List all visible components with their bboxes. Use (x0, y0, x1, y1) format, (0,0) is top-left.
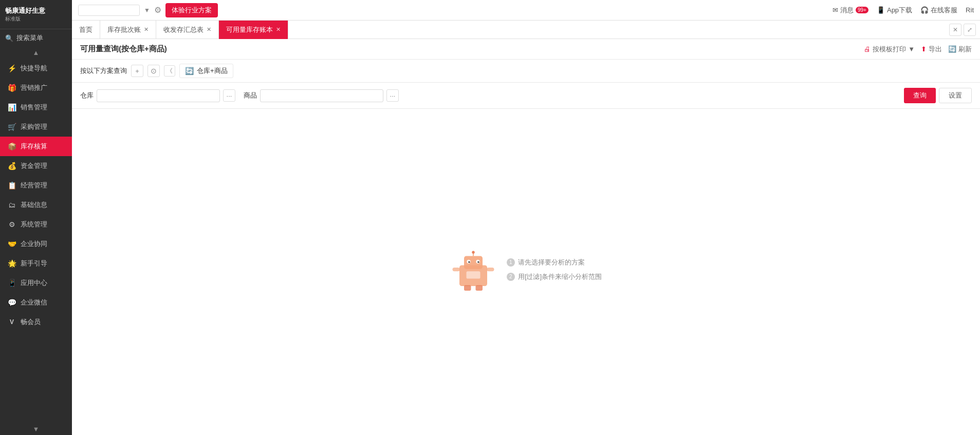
tab-batch-account[interactable]: 库存批次账 ✕ (100, 21, 156, 39)
operations-icon: 📋 (7, 181, 16, 190)
export-action[interactable]: ⬆ 导出 (921, 45, 942, 54)
settings-button[interactable]: 设置 (939, 88, 972, 103)
sidebar-item-vip[interactable]: V 畅会员 (0, 312, 72, 332)
message-label: 消息 (840, 6, 854, 15)
sidebar-item-label: 系统管理 (21, 220, 47, 229)
empty-state: 1 请先选择要分析的方案 2 用[过滤]条件来缩小分析范围 (72, 109, 980, 435)
warehouse-field-group: 仓库 ··· (80, 89, 235, 102)
sidebar-item-inventory[interactable]: 📦 库存核算 (0, 137, 72, 156)
sidebar-scroll-up[interactable]: ▲ (0, 47, 72, 59)
sidebar-item-enterprise[interactable]: 🤝 企业协同 (0, 234, 72, 254)
topbar-search-input[interactable] (78, 5, 140, 16)
sidebar-item-basic-info[interactable]: 🗂 基础信息 (0, 195, 72, 215)
inventory-icon: 📦 (7, 142, 16, 150)
warehouse-input[interactable] (97, 89, 220, 102)
settings-scheme-button[interactable]: ⊙ (147, 65, 160, 77)
sidebar-item-label: 畅会员 (21, 317, 41, 327)
warehouse-label: 仓库 (80, 91, 94, 100)
filter-scheme-item[interactable]: 🔄 仓库+商品 (179, 64, 233, 78)
svg-rect-10 (452, 268, 459, 271)
main-area: ▼ ⚙ 体验行业方案 ✉ 消息 99+ 📱 App下载 🎧 在线客服 Rit 首… (72, 0, 980, 435)
sidebar-item-app-center[interactable]: 📱 应用中心 (0, 273, 72, 293)
message-action[interactable]: ✉ 消息 99+ (833, 6, 868, 15)
enterprise-icon: 🤝 (7, 240, 16, 248)
trial-industry-button[interactable]: 体验行业方案 (165, 3, 218, 17)
refresh-action[interactable]: 🔄 刷新 (948, 45, 972, 54)
gear-icon[interactable]: ⚙ (154, 5, 161, 15)
query-button[interactable]: 查询 (904, 88, 936, 103)
sidebar-item-label: 资金管理 (21, 161, 47, 171)
topbar-actions: ✉ 消息 99+ 📱 App下载 🎧 在线客服 Rit (833, 6, 974, 15)
product-input[interactable] (260, 89, 383, 102)
sidebar-item-label: 采购管理 (21, 122, 47, 131)
sidebar-scroll-down[interactable]: ▼ (0, 423, 72, 435)
sidebar-search[interactable]: 🔍 搜索菜单 (0, 29, 72, 47)
sidebar-item-operations[interactable]: 📋 经营管理 (0, 176, 72, 195)
filter-area: 按以下方案查询 + ⊙ 《 🔄 仓库+商品 (72, 60, 980, 83)
svg-rect-8 (464, 285, 471, 291)
sidebar-item-label: 销售管理 (21, 103, 47, 112)
export-icon: ⬆ (921, 45, 927, 53)
tab-collect-summary[interactable]: 收发存汇总表 ✕ (156, 21, 219, 39)
maximize-button[interactable]: ⤢ (964, 24, 976, 36)
product-more-button[interactable]: ··· (386, 89, 399, 102)
new-guide-icon: 🌟 (7, 259, 16, 268)
filter-label: 按以下方案查询 (80, 66, 127, 75)
tip-text-2: 用[过滤]条件来缩小分析范围 (518, 272, 602, 281)
collapse-filter-button[interactable]: 《 (164, 65, 175, 77)
sidebar-logo-title: 畅康通好生意 (5, 6, 67, 15)
sidebar-item-label: 应用中心 (21, 278, 47, 288)
sidebar-item-finance[interactable]: 💰 资金管理 (0, 156, 72, 176)
tab-home-label: 首页 (79, 25, 93, 34)
product-field-group: 商品 ··· (244, 89, 399, 102)
query-fields-area: 仓库 ··· 商品 ··· 查询 设置 (72, 83, 980, 109)
sidebar-item-marketing[interactable]: 🎁 营销推广 (0, 78, 72, 98)
refresh-label: 刷新 (958, 45, 972, 54)
page-header-actions: 🖨 按模板打印 ▼ ⬆ 导出 🔄 刷新 (864, 45, 972, 54)
chevron-down-icon[interactable]: ▼ (144, 7, 150, 14)
message-icon: ✉ (833, 6, 838, 14)
warehouse-more-button[interactable]: ··· (223, 89, 235, 102)
sidebar-item-quick-nav[interactable]: ⚡ 快捷导航 (0, 59, 72, 78)
add-scheme-button[interactable]: + (131, 65, 143, 77)
tab-available-ledger-label: 可用量库存账本 (226, 25, 273, 34)
svg-rect-12 (466, 271, 480, 278)
refresh-icon: 🔄 (948, 45, 956, 53)
print-label: 按模板打印 (873, 45, 906, 54)
print-action[interactable]: 🖨 按模板打印 ▼ (864, 45, 915, 54)
sidebar-item-label: 库存核算 (21, 142, 47, 151)
online-service-action[interactable]: 🎧 在线客服 (920, 6, 957, 15)
svg-point-4 (468, 261, 470, 263)
username-label[interactable]: Rit (966, 6, 974, 14)
sidebar-search-label: 搜索菜单 (16, 33, 43, 43)
sidebar-item-new-guide[interactable]: 🌟 新手引导 (0, 254, 72, 273)
sidebar-nav: ⚡ 快捷导航 🎁 营销推广 📊 销售管理 🛒 采购管理 📦 库存核算 💰 资金管… (0, 59, 72, 423)
sidebar-item-sales[interactable]: 📊 销售管理 (0, 98, 72, 117)
sales-icon: 📊 (7, 103, 16, 111)
svg-point-7 (472, 251, 474, 253)
filter-scheme-label: 仓库+商品 (197, 66, 228, 75)
sidebar-item-wechat[interactable]: 💬 企业微信 (0, 293, 72, 312)
tab-home[interactable]: 首页 (72, 21, 100, 39)
vip-icon: V (7, 318, 16, 326)
app-download-action[interactable]: 📱 App下载 (877, 6, 912, 15)
tab-available-ledger[interactable]: 可用量库存账本 ✕ (219, 21, 288, 39)
sidebar-item-label: 营销推广 (21, 83, 47, 92)
product-label: 商品 (244, 91, 257, 100)
sidebar-item-label: 基础信息 (21, 200, 47, 210)
marketing-icon: 🎁 (7, 84, 16, 92)
basic-info-icon: 🗂 (7, 201, 16, 209)
sidebar-item-label: 快捷导航 (21, 64, 47, 73)
close-icon[interactable]: ✕ (144, 26, 149, 33)
close-icon[interactable]: ✕ (207, 26, 211, 33)
print-icon: 🖨 (864, 45, 871, 53)
chevron-down-icon[interactable]: ▼ (908, 45, 915, 53)
app-download-icon: 📱 (877, 6, 885, 14)
close-icon[interactable]: ✕ (276, 26, 281, 33)
sidebar-item-purchase[interactable]: 🛒 采购管理 (0, 117, 72, 137)
sidebar-item-system[interactable]: ⚙ 系统管理 (0, 215, 72, 234)
close-all-tabs-button[interactable]: ✕ (949, 24, 961, 36)
scheme-icon: 🔄 (185, 67, 194, 75)
online-service-label: 在线客服 (931, 6, 957, 15)
tip-number-1: 1 (507, 258, 515, 267)
